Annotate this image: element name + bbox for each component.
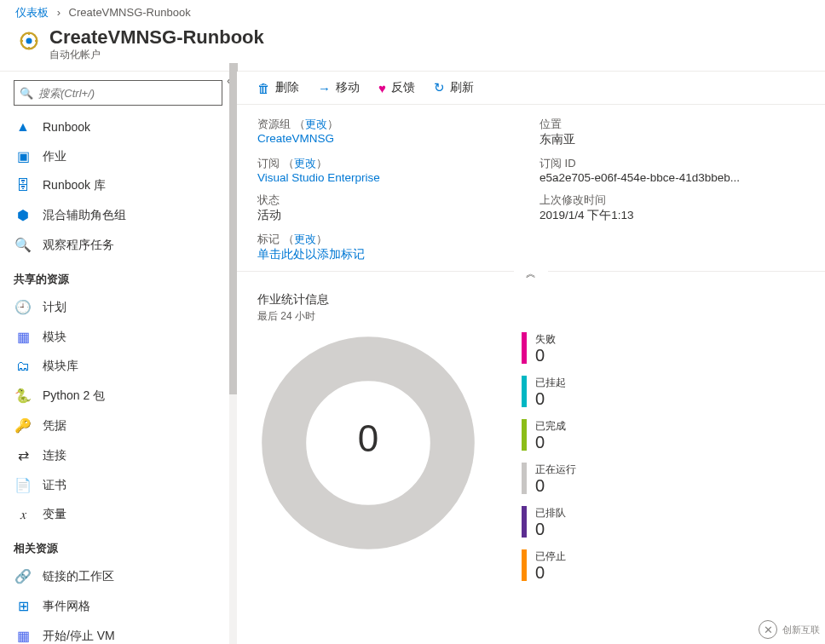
delete-label: 删除 [275, 80, 299, 95]
sidebar-top-label-3: 混合辅助角色组 [43, 208, 126, 223]
sidebar-shared-item-0[interactable]: 🕘计划 [0, 292, 236, 322]
sidebar-shared-item-3[interactable]: 🐍Python 2 包 [0, 381, 236, 411]
subscription-label: 订阅 [257, 157, 280, 170]
prop-last-modified: 上次修改时间 2019/1/4 下午1:13 [539, 193, 805, 223]
collapse-properties-icon[interactable]: ︽ [514, 265, 548, 283]
refresh-label: 刷新 [450, 80, 474, 95]
sidebar-top-icon-2: 🗄 [14, 178, 32, 193]
donut-chart: 0 [257, 332, 479, 554]
resource-group-value[interactable]: CreateVMNSG [257, 132, 522, 145]
sidebar-related-icon-2: ▦ [14, 628, 32, 644]
sidebar-top-icon-4: 🔍 [14, 237, 32, 253]
legend-value-3: 0 [535, 477, 576, 494]
sidebar-shared-label-4: 凭据 [43, 418, 66, 434]
location-label: 位置 [539, 117, 805, 132]
sidebar-top-item-4[interactable]: 🔍观察程序任务 [0, 230, 236, 260]
sidebar-shared-item-5[interactable]: ⇄连接 [0, 440, 236, 470]
sidebar-shared-icon-4: 🔑 [14, 417, 32, 434]
search-input[interactable] [14, 80, 222, 106]
sidebar-related-label-2: 开始/停止 VM [43, 629, 115, 644]
resource-group-label: 资源组 [257, 118, 291, 130]
sidebar-related-item-0[interactable]: 🔗链接的工作区 [0, 561, 236, 591]
sidebar-top-item-2[interactable]: 🗄Runbook 库 [0, 171, 236, 200]
tags-label: 标记 [257, 233, 280, 245]
sidebar-shared-label-6: 证书 [43, 478, 66, 493]
sidebar-related-item-1[interactable]: ⊞事件网格 [0, 591, 236, 621]
sidebar: « 🔍 ▲Runbook▣作业🗄Runbook 库⬢混合辅助角色组🔍观察程序任务… [0, 72, 237, 644]
location-value: 东南亚 [539, 132, 805, 147]
watermark-text: 创新互联 [782, 624, 820, 636]
feedback-button[interactable]: ♥ 反馈 [378, 80, 415, 95]
refresh-button[interactable]: ↻ 刷新 [434, 80, 474, 95]
prop-location: 位置 东南亚 [539, 117, 805, 147]
sidebar-shared-item-2[interactable]: 🗂模块库 [0, 352, 236, 381]
sidebar-related-item-2[interactable]: ▦开始/停止 VM [0, 621, 236, 644]
legend-bar-4 [522, 506, 527, 538]
sidebar-top-item-3[interactable]: ⬢混合辅助角色组 [0, 200, 236, 230]
sidebar-shared-item-4[interactable]: 🔑凭据 [0, 411, 236, 440]
refresh-icon: ↻ [434, 80, 445, 95]
legend-value-0: 0 [535, 347, 556, 364]
legend-label-2: 已完成 [535, 419, 566, 434]
legend-item-2: 已完成0 [522, 419, 576, 451]
last-modified-value: 2019/1/4 下午1:13 [539, 208, 805, 223]
breadcrumb: 仪表板 › CreateVMNSG-Runbook [0, 0, 825, 26]
chart-legend: 失败0已挂起0已完成0正在运行0已排队0已停止0 [522, 332, 576, 581]
sidebar-top-item-0[interactable]: ▲Runbook [0, 112, 236, 141]
prop-subscription-id: 订阅 ID e5a2e705-e06f-454e-bbce-41d3bbeb..… [539, 156, 805, 184]
sidebar-header-related: 相关资源 [0, 529, 236, 561]
toolbar: 🗑 删除 → 移动 ♥ 反馈 ↻ 刷新 [237, 72, 825, 105]
sidebar-related-label-0: 链接的工作区 [43, 569, 114, 584]
last-modified-label: 上次修改时间 [539, 193, 805, 208]
sidebar-top-icon-1: ▣ [14, 148, 32, 164]
legend-bar-3 [522, 463, 527, 494]
delete-button[interactable]: 🗑 删除 [257, 80, 299, 95]
sidebar-related-icon-0: 🔗 [14, 568, 32, 584]
subscription-id-label: 订阅 ID [539, 156, 805, 171]
sidebar-shared-icon-2: 🗂 [14, 359, 32, 374]
sidebar-top-item-1[interactable]: ▣作业 [0, 141, 236, 171]
tags-add-link[interactable]: 单击此处以添加标记 [257, 247, 805, 262]
subscription-id-value: e5a2e705-e06f-454e-bbce-41d3bbeb... [539, 171, 805, 184]
sidebar-shared-label-1: 模块 [43, 330, 66, 345]
resource-group-change-link[interactable]: 更改 [305, 118, 327, 130]
legend-bar-0 [522, 332, 527, 364]
sidebar-related-icon-1: ⊞ [14, 598, 32, 614]
sidebar-top-label-4: 观察程序任务 [43, 238, 114, 253]
feedback-label: 反馈 [391, 80, 415, 95]
tags-change-link[interactable]: 更改 [294, 233, 316, 245]
legend-value-5: 0 [535, 564, 566, 581]
subscription-value[interactable]: Visual Studio Enterprise [257, 171, 522, 184]
sidebar-shared-icon-0: 🕘 [14, 299, 32, 315]
prop-tags: 标记 （更改） 单击此处以添加标记 [257, 232, 805, 262]
job-stats-panel: 作业统计信息 最后 24 小时 0 失败0已挂起0已完成0正在运行0已排队0已停… [237, 272, 825, 589]
main-panel: 🗑 删除 → 移动 ♥ 反馈 ↻ 刷新 资源组 （更改） C [237, 72, 825, 644]
breadcrumb-sep: › [57, 6, 61, 19]
sidebar-shared-item-6[interactable]: 📄证书 [0, 470, 236, 500]
sidebar-shared-icon-7: 𝑥 [14, 507, 32, 522]
legend-label-4: 已排队 [535, 506, 566, 520]
sidebar-shared-item-7[interactable]: 𝑥变量 [0, 500, 236, 529]
search-icon: 🔍 [20, 87, 33, 100]
search-box: 🔍 [14, 80, 222, 106]
legend-item-0: 失败0 [522, 332, 576, 364]
subscription-change-link[interactable]: 更改 [294, 157, 316, 170]
move-button[interactable]: → 移动 [318, 80, 360, 95]
status-label: 状态 [257, 193, 522, 208]
legend-value-2: 0 [535, 434, 566, 451]
page-header: CreateVMNSG-Runbook 自动化帐户 [0, 26, 825, 71]
sidebar-shared-item-1[interactable]: ▦模块 [0, 322, 236, 352]
sidebar-related-label-1: 事件网格 [43, 599, 90, 614]
sidebar-shared-icon-3: 🐍 [14, 388, 32, 404]
legend-label-5: 已停止 [535, 549, 566, 564]
legend-item-5: 已停止0 [522, 549, 576, 581]
sidebar-top-icon-3: ⬢ [14, 207, 32, 223]
sidebar-top-label-0: Runbook [43, 120, 90, 134]
watermark: ✕ 创新互联 [759, 620, 820, 639]
breadcrumb-current: CreateVMNSG-Runbook [69, 6, 191, 19]
breadcrumb-dashboard[interactable]: 仪表板 [15, 6, 49, 19]
sidebar-shared-label-2: 模块库 [43, 359, 78, 374]
prop-resource-group: 资源组 （更改） CreateVMNSG [257, 117, 522, 147]
sidebar-shared-icon-6: 📄 [14, 477, 32, 493]
sidebar-shared-icon-1: ▦ [14, 329, 32, 345]
